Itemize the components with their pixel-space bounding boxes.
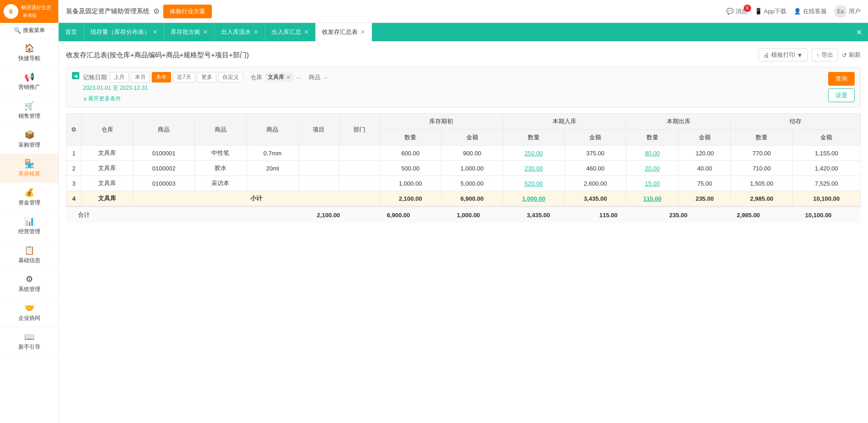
col-header-in-amt: 金额 [564,130,626,146]
purchase-icon: 📦 [24,130,34,140]
sidebar-item-operation[interactable]: 📊 经营管理 [0,212,58,241]
table-row: 3 文具库 0100003 采访本 1,000.00 5,000.00 520.… [66,176,861,191]
date-btn-this-month[interactable]: 本月 [131,72,150,82]
tab-batch-ledger[interactable]: 库存批次账 ✕ [164,23,215,41]
row-department [339,176,380,191]
warehouse-remove-icon[interactable]: ✕ [286,74,291,81]
subtotal-closing-qty: 2,985.00 [731,191,792,206]
col-header-goods-spec: 商品 [246,114,299,146]
collapse-btn[interactable]: ◀ [72,72,79,79]
subtotal-out-qty[interactable]: 115.00 [626,191,679,206]
row-in-qty[interactable]: 250.00 [503,146,564,161]
row-department [339,146,380,161]
filter-goods-item: 商品 ··· [309,73,329,82]
date-btn-this-year[interactable]: 本年 [152,72,171,82]
refresh-button[interactable]: ↺ 刷新 [842,51,861,59]
date-btn-last-month[interactable]: 上月 [110,72,129,82]
tab-stock-dist-close[interactable]: ✕ [153,29,157,35]
tab-stock-dist[interactable]: 现存量（库存分布表） ✕ [84,23,164,41]
row-opening-amt: 1,000.00 [441,161,503,176]
row-goods-spec: 0.7mm [246,146,299,161]
sidebar-item-label-search: 搜索菜单 [23,27,45,34]
sidebar-item-marketing[interactable]: 📢 营销推广 [0,67,58,96]
tab-recv-send-summary-label: 收发存汇总表 [322,28,358,36]
sidebar-item-enterprise[interactable]: 🤝 企业协同 [0,298,58,327]
subtotal-in-qty[interactable]: 1,000.00 [503,191,564,206]
col-header-opening-amt: 金额 [441,130,503,146]
row-goods-name: 采访本 [195,176,247,191]
total-out-amt: 235.00 [643,212,713,219]
row-department [339,161,380,176]
row-in-qty[interactable]: 230.00 [503,161,564,176]
sidebar-item-inventory[interactable]: 🏪 库存核算 [0,154,58,183]
refresh-btn-label: 刷新 [849,51,861,59]
row-project [299,176,339,191]
date-btn-custom[interactable]: 自定义 [218,72,243,82]
tab-window-close[interactable]: ✕ [850,23,868,41]
row-out-qty[interactable]: 20.00 [626,161,679,176]
query-button[interactable]: 查询 [828,72,855,86]
tab-recv-send-summary[interactable]: 收发存汇总表 ✕ [315,23,372,41]
sidebar-item-system[interactable]: ⚙ 系统管理 [0,269,58,298]
print-button[interactable]: 🖨 模板打印 ▼ [758,49,808,61]
row-goods-name: 胶水 [195,161,247,176]
row-in-amt: 2,600.00 [564,176,626,191]
main-table: ⚙ 仓库 商品 商品 商品 项目 部门 库存期初 本期入库 本期出库 结存 [66,113,861,206]
print-dropdown-icon: ▼ [797,52,803,59]
goods-ellipsis[interactable]: ··· [323,74,329,81]
row-out-qty[interactable]: 15.00 [626,176,679,191]
filter-warehouse-item: 仓库 文具库 ✕ ··· [250,72,302,82]
row-goods-name: 中性笔 [195,146,247,161]
sidebar-item-guide[interactable]: 📖 新手引导 [0,327,58,356]
row-opening-qty: 500.00 [380,161,441,176]
row-seq: 2 [66,161,82,176]
total-out-qty: 115.00 [574,212,644,219]
date-btn-more[interactable]: 更多 [197,72,216,82]
sidebar-item-sales[interactable]: 🛒 销售管理 [0,96,58,125]
row-in-amt: 460.00 [564,161,626,176]
message-btn[interactable]: 💬 消息 6 [726,7,747,16]
tab-stock-summary-close[interactable]: ✕ [304,29,309,35]
sidebar-item-purchase[interactable]: 📦 采购管理 [0,125,58,154]
sidebar-item-quick-nav[interactable]: 🏠 快捷导航 [0,38,58,67]
expand-label: 展开更多条件 [88,95,121,103]
col-header-in-qty: 数量 [503,130,564,146]
tab-batch-ledger-close[interactable]: ✕ [203,29,208,35]
sidebar-item-basic[interactable]: 📋 基础信息 [0,241,58,269]
row-in-qty[interactable]: 520.00 [503,176,564,191]
row-closing-amt: 1,155.00 [792,146,860,161]
user-menu[interactable]: Ea 用户 [834,5,861,18]
col-header-settings[interactable]: ⚙ [66,114,82,146]
total-closing-qty: 2,985.00 [713,212,784,219]
row-opening-qty: 1,000.00 [380,176,441,191]
export-button[interactable]: ↑ 导出 [812,49,839,61]
subtotal-opening-qty: 2,100.00 [380,191,441,206]
marketing-icon: 📢 [24,72,34,82]
tab-stock-summary[interactable]: 出入库汇总 ✕ [265,23,315,41]
settings-icon[interactable]: ⚙ [153,7,160,16]
tab-stock-flow-close[interactable]: ✕ [254,29,258,35]
guide-icon: 📖 [24,332,34,342]
tab-stock-flow[interactable]: 出入库流水 ✕ [215,23,265,41]
tab-home[interactable]: 首页 [59,23,84,41]
expand-btn[interactable]: ∨ 展开更多条件 [83,95,824,103]
settings-small-button[interactable]: 设置 [828,88,855,102]
warehouse-tag: 文具库 ✕ [265,72,293,82]
col-header-department: 部门 [339,114,380,146]
sidebar-item-finance[interactable]: 💰 资金管理 [0,183,58,212]
row-closing-qty: 1,505.00 [731,176,792,191]
sidebar-item-search[interactable]: 🔍 搜索菜单 [0,23,58,38]
online-service-btn[interactable]: 👤 在线客服 [794,7,827,16]
date-btn-7days[interactable]: 近7天 [173,72,195,82]
table-wrap: ⚙ 仓库 商品 商品 商品 项目 部门 库存期初 本期入库 本期出库 结存 [66,113,861,206]
row-out-qty[interactable]: 80.00 [626,146,679,161]
trial-button[interactable]: 体验行业方案 [163,5,212,18]
sidebar-item-label-basic: 基础信息 [18,257,40,264]
user-label: 用户 [849,7,861,16]
date-range-display: 2023-01-01 至 2023-12-31 [83,84,824,92]
total-closing-amt: 10,100.00 [783,212,853,219]
warehouse-ellipsis[interactable]: ··· [296,74,302,81]
tab-recv-send-summary-close[interactable]: ✕ [360,29,365,35]
home-icon: 🏠 [24,43,34,53]
app-download-btn[interactable]: 📱 App下载 [755,7,786,16]
